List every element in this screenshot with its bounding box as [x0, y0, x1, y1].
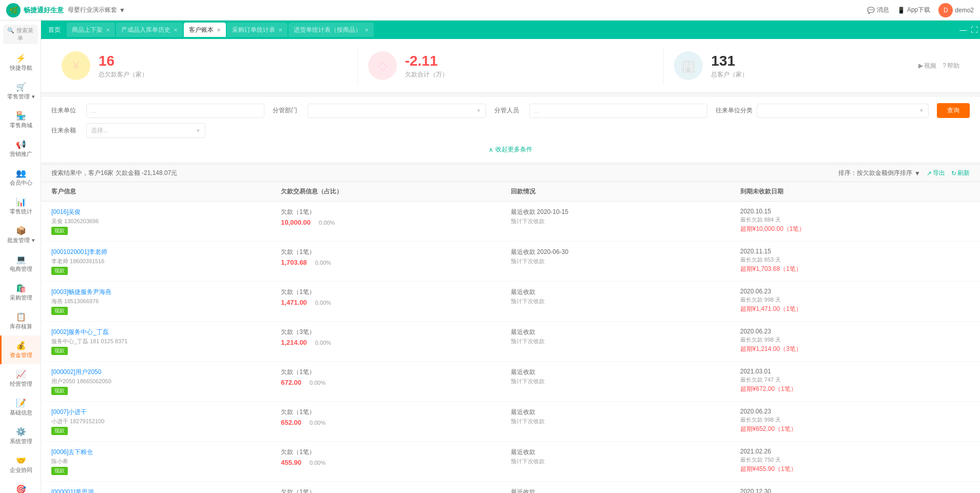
filter-area: 往来单位 ... 分管部门 ▼ 分管人员 — [41, 97, 980, 162]
stat-card-customers: 🏢 131 总客户（家） ▶ 视频 ? 帮助 — [664, 47, 970, 84]
debt-amount-1[interactable]: 1,703.68 — [281, 259, 307, 266]
sidebar-item-member[interactable]: 👥 会员中心 — [0, 163, 41, 192]
tab-product-listing[interactable]: 商品上下架 ✕ — [67, 23, 115, 37]
tab-purchase-stats[interactable]: 采购订单统计表 ✕ — [227, 23, 287, 37]
sidebar-item-finance[interactable]: 💰 资金管理 — [0, 336, 41, 364]
sidebar-item-retail-stats[interactable]: 📊 零售统计 — [0, 192, 41, 221]
filter-select-balance-placeholder: 选择... — [91, 126, 108, 135]
tab-product-listing-close[interactable]: ✕ — [106, 27, 110, 33]
ecommerce-icon: 💻 — [4, 254, 39, 264]
sidebar-item-system[interactable]: ⚙️ 系统管理 — [0, 422, 41, 450]
user-menu[interactable]: D demo2 — [938, 3, 974, 17]
refresh-button[interactable]: ↻ 刷新 — [951, 169, 970, 178]
tab-purchase-product-stats[interactable]: 进货单统计表（按商品） ✕ — [289, 23, 374, 37]
tab-home[interactable]: 首页 — [43, 23, 66, 37]
export-label: 导出 — [933, 169, 945, 178]
sidebar-item-label: 会员中心 — [4, 179, 39, 187]
stat-label-total: 欠款合计（万） — [405, 70, 448, 79]
overdue-days-1: 最长欠款 853 天 — [740, 256, 970, 264]
sidebar-item-basic-info[interactable]: 📝 基础信息 — [0, 393, 41, 422]
cell-overdue-0: 2020.10.15 最长欠款 884 天 超期¥10,000.00（1笔） — [740, 208, 970, 233]
sidebar-item-collab[interactable]: 🤝 企业协同 — [0, 450, 41, 479]
message-icon: 💬 — [867, 7, 875, 14]
overdue-date-3: 2020.06.23 — [740, 328, 970, 335]
sidebar-item-purchase[interactable]: 🛍️ 采购管理 — [0, 278, 41, 307]
debt-amount-2[interactable]: 1,471.00 — [281, 299, 307, 306]
tab-production-history-close[interactable]: ✕ — [174, 27, 178, 33]
cell-customer-0: [0016]吴俊 吴俊 13026203696 现款 — [51, 208, 281, 235]
sidebar-item-quick-nav[interactable]: ⚡ 快捷导航 — [0, 48, 41, 77]
sidebar-item-marketing[interactable]: 📢 营销推广 — [0, 134, 41, 163]
debt-amount-3[interactable]: 1,214.00 — [281, 339, 307, 346]
customer-name-6[interactable]: [0006]去下粮仓 — [51, 448, 281, 457]
query-button[interactable]: 查询 — [937, 103, 970, 118]
sidebar-item-wholesale[interactable]: 📦 批发管理 ▾ — [0, 221, 41, 249]
sort-select[interactable]: 排序：按欠款金额倒序排序 ▼ — [838, 169, 920, 178]
overdue-amount-0[interactable]: 超期¥10,000.00（1笔） — [740, 225, 970, 233]
tab-maximize-button[interactable]: ⛶ — [971, 26, 978, 34]
debt-ratio-5: 0.00% — [310, 420, 325, 426]
sidebar-item-operation[interactable]: 📈 经营管理 — [0, 364, 41, 393]
retail-mgmt-icon: 🛒 — [4, 82, 39, 92]
payment-next-5: 预计下次收款 — [511, 418, 740, 425]
filter-select-category[interactable]: ▼ — [757, 104, 929, 118]
sidebar-search-area[interactable]: 🔍 搜索菜单 — [0, 21, 41, 48]
customer-name-1[interactable]: [0001020001]李老师 — [51, 248, 281, 257]
filter-input-customer[interactable]: ... — [86, 104, 264, 118]
store-selector[interactable]: 母婴行业演示账套 ▼ — [68, 6, 125, 14]
tab-product-listing-label: 商品上下架 — [72, 26, 103, 34]
top-bar: 🌿 畅捷通好生意 母婴行业演示账套 ▼ 💬 消息 📱 App下载 D demo2 — [0, 0, 980, 21]
filter-label-balance: 往来余额 — [51, 126, 82, 135]
debt-amount-0[interactable]: 10,000.00 — [281, 219, 311, 226]
filter-label-person: 分管人员 — [494, 106, 525, 115]
collapse-button[interactable]: ∧ 收起更多条件 — [51, 143, 970, 156]
stat-icon-customers: 🏢 — [674, 51, 703, 80]
debt-amount-4[interactable]: 672.00 — [281, 379, 301, 386]
customer-name-3[interactable]: [0002]服务中心_丁磊 — [51, 328, 281, 337]
message-button[interactable]: 💬 消息 — [867, 6, 889, 14]
filter-select-dept[interactable]: ▼ — [308, 104, 486, 118]
sidebar-item-ecommerce[interactable]: 💻 电商管理 — [0, 249, 41, 278]
filter-select-balance[interactable]: 选择... ▼ — [86, 123, 205, 138]
sidebar-item-guide[interactable]: 🎯 新手引导 — [0, 479, 41, 493]
filter-input-person[interactable]: ... — [529, 104, 707, 118]
overdue-amount-4[interactable]: 超期¥672.00（1笔） — [740, 385, 970, 393]
video-link[interactable]: ▶ 视频 — [918, 62, 936, 70]
sidebar-item-label: 资金管理 — [4, 351, 39, 359]
customer-name-5[interactable]: [0007]小进干 — [51, 408, 281, 417]
customer-name-7[interactable]: [000001]黄思源 — [51, 488, 281, 493]
overdue-amount-1[interactable]: 超期¥1,703.68（1笔） — [740, 265, 970, 273]
customer-name-0[interactable]: [0016]吴俊 — [51, 208, 281, 216]
payment-next-6: 预计下次收款 — [511, 458, 740, 465]
filter-item-customer: 往来单位 ... — [51, 104, 264, 118]
help-link[interactable]: ? 帮助 — [943, 62, 959, 70]
debt-count-2: 欠款（1笔） — [281, 288, 510, 297]
overdue-amount-3[interactable]: 超期¥1,214.00（3笔） — [740, 345, 970, 353]
tab-purchase-product-stats-close[interactable]: ✕ — [364, 27, 369, 33]
customer-name-4[interactable]: [000002]用户2050 — [51, 368, 281, 377]
debt-ratio-1: 0.00% — [315, 260, 331, 266]
debt-amount-6[interactable]: 455.90 — [281, 459, 301, 466]
tab-customer-account[interactable]: 客户账本 ✕ — [184, 23, 226, 37]
tab-minimize-button[interactable]: — — [959, 26, 967, 34]
overdue-amount-5[interactable]: 超期¥652.00（1笔） — [740, 425, 970, 433]
debt-amount-5[interactable]: 652.00 — [281, 419, 301, 426]
app-download-button[interactable]: 📱 App下载 — [897, 6, 930, 14]
overdue-amount-6[interactable]: 超期¥455.90（1笔） — [740, 465, 970, 474]
tab-customer-account-close[interactable]: ✕ — [217, 27, 221, 33]
export-button[interactable]: ↗ 导出 — [927, 169, 945, 178]
customer-phone-4: 用户2050 18665062050 — [51, 378, 281, 385]
sidebar-item-inventory[interactable]: 📋 库存核算 — [0, 307, 41, 336]
sidebar-search-button[interactable]: 🔍 搜索菜单 — [3, 25, 38, 44]
tab-production-history[interactable]: 产成品入库单历史 ✕ — [116, 23, 183, 37]
overdue-date-0: 2020.10.15 — [740, 208, 970, 215]
tab-purchase-stats-label: 采购订单统计表 — [232, 26, 275, 34]
customer-name-2[interactable]: [0003]畅捷服务尹海燕 — [51, 288, 281, 297]
sidebar-item-label: 批发管理 ▾ — [4, 236, 39, 244]
tab-purchase-stats-close[interactable]: ✕ — [278, 27, 282, 33]
sidebar-item-retail-mgmt[interactable]: 🛒 零售管理 ▾ — [0, 77, 41, 106]
cell-overdue-1: 2020.11.15 最长欠款 853 天 超期¥1,703.68（1笔） — [740, 248, 970, 273]
sidebar: 🔍 搜索菜单 ⚡ 快捷导航 🛒 零售管理 ▾ 🏪 零售商城 📢 营销推广 👥 会… — [0, 21, 41, 493]
overdue-amount-2[interactable]: 超期¥1,471.00（1笔） — [740, 305, 970, 313]
sidebar-item-retail-mall[interactable]: 🏪 零售商城 — [0, 106, 41, 134]
